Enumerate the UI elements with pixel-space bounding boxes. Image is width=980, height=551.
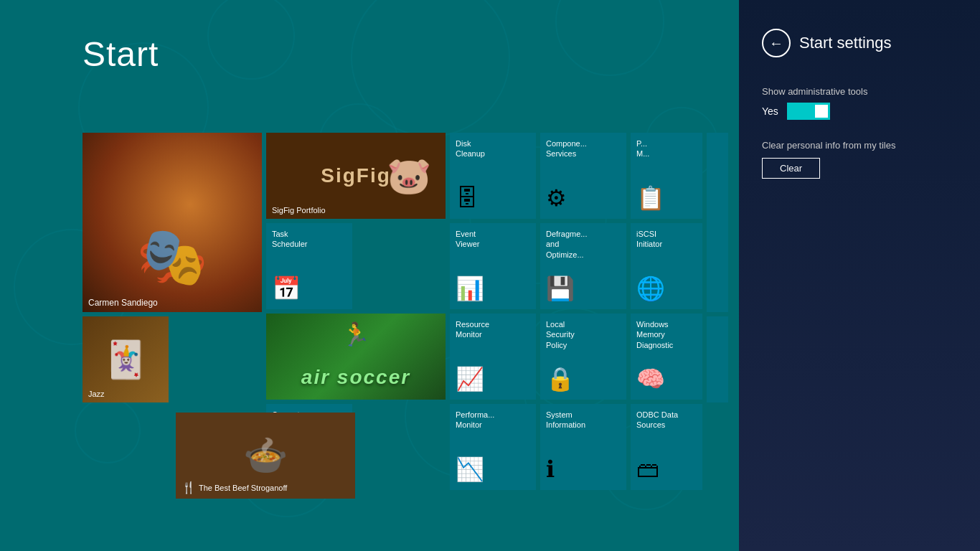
resource-monitor-label: ResourceMonitor: [456, 319, 530, 340]
component-services-icon: ⚙: [546, 184, 567, 212]
clear-label: Clear personal info from my tiles: [762, 140, 957, 151]
event-viewer-icon: 📊: [456, 275, 484, 302]
main-area: Start 🎭 Carmen Sandiego 🃏 Jazz SigFig 🐷: [0, 0, 739, 551]
tile-event-viewer[interactable]: EventViewer 📊: [450, 223, 536, 309]
settings-panel: ← Start settings Show administrative too…: [739, 0, 980, 551]
tile-component-services[interactable]: Compone...Services ⚙: [540, 133, 626, 219]
clear-section: Clear personal info from my tiles Clear: [762, 140, 957, 179]
tile-win-memory[interactable]: WindowsMemoryDiagnostic 🧠: [631, 314, 702, 400]
win-memory-label: WindowsMemoryDiagnostic: [636, 319, 697, 350]
toggle-knob: [815, 105, 828, 118]
tile-local-security[interactable]: LocalSecurityPolicy 🔒: [540, 314, 626, 400]
defragment-label: Defragme...andOptimize...: [546, 229, 621, 260]
tile-iscsi[interactable]: iSCSIInitiator 🌐: [631, 223, 702, 309]
stroganoff-food: 🍲: [243, 435, 288, 476]
tile-carmen-sandiego[interactable]: 🎭 Carmen Sandiego: [83, 133, 262, 312]
toggle-switch[interactable]: [787, 103, 830, 120]
sigfig-text: SigFig: [321, 164, 391, 187]
local-security-icon: 🔒: [546, 365, 575, 392]
perf-monitor-label: Performa...Monitor: [456, 410, 530, 430]
sys-info-icon: ℹ: [546, 456, 555, 483]
air-soccer-text: air soccer: [301, 366, 410, 389]
admin-tools-section: Show administrative tools Yes: [762, 86, 957, 120]
col-tools2: Compone...Services ⚙ Defragme...andOptim…: [540, 133, 626, 490]
tile-sigfig[interactable]: SigFig 🐷 SigFig Portfolio: [266, 133, 446, 219]
defragment-icon: 💾: [546, 275, 575, 302]
settings-title: Start settings: [799, 34, 891, 52]
partial-top-label: P...M...: [636, 138, 697, 159]
toggle-yes-label: Yes: [762, 105, 778, 117]
tile-jazz[interactable]: 🃏 Jazz: [83, 316, 169, 402]
start-title: Start: [83, 34, 159, 74]
local-security-label: LocalSecurityPolicy: [546, 319, 621, 350]
carmen-art: 🎭: [83, 223, 262, 291]
odbc-icon: 🗃: [636, 456, 659, 483]
tile-odbc[interactable]: ODBC DataSources 🗃: [631, 404, 702, 490]
jazz-label: Jazz: [88, 390, 105, 398]
sigfig-label: SigFig Portfolio: [272, 206, 326, 215]
clear-button[interactable]: Clear: [762, 158, 820, 179]
tile-perf-monitor[interactable]: Performa...Monitor 📉: [450, 404, 536, 490]
carmen-label: Carmen Sandiego: [88, 298, 158, 308]
component-services-label: Compone...Services: [546, 138, 621, 159]
air-soccer-figure: 🏃: [341, 321, 370, 348]
win-memory-icon: 🧠: [636, 365, 665, 392]
col-partial: [707, 133, 728, 490]
tile-disk-cleanup[interactable]: DiskCleanup 🗄: [450, 133, 536, 219]
odbc-label: ODBC DataSources: [636, 410, 697, 430]
disk-cleanup-icon: 🗄: [456, 185, 479, 212]
tile-air-soccer[interactable]: air soccer 🏃: [266, 314, 446, 400]
stroganoff-label: 🍴 The Best Beef Stroganoff: [182, 481, 287, 494]
admin-tools-label: Show administrative tools: [762, 86, 957, 97]
iscsi-label: iSCSIInitiator: [636, 229, 697, 250]
tile-stroganoff[interactable]: 🍲 🍴 The Best Beef Stroganoff: [176, 413, 355, 499]
back-button[interactable]: ←: [762, 29, 791, 57]
tile-defragment[interactable]: Defragme...andOptimize... 💾: [540, 223, 626, 309]
task-scheduler-icon: 📅: [272, 275, 301, 302]
task-scheduler-label: TaskScheduler: [272, 229, 347, 250]
sigfig-pig: 🐷: [387, 155, 431, 197]
col-tools1: DiskCleanup 🗄 EventViewer 📊 ResourceMoni…: [450, 133, 536, 490]
sys-info-label: SystemInformation: [546, 410, 621, 430]
tile-sys-info[interactable]: SystemInformation ℹ: [540, 404, 626, 490]
tile-resource-monitor[interactable]: ResourceMonitor 📈: [450, 314, 536, 400]
tile-partial-top[interactable]: P...M... 📋: [631, 133, 702, 219]
resource-monitor-icon: 📈: [456, 365, 484, 392]
iscsi-icon: 🌐: [636, 275, 665, 302]
perf-monitor-icon: 📉: [456, 456, 484, 483]
admin-tools-toggle-row: Yes: [762, 103, 957, 120]
col-tools3: P...M... 📋 iSCSIInitiator 🌐 WindowsMemor…: [631, 133, 702, 490]
settings-header: ← Start settings: [762, 29, 957, 57]
disk-cleanup-label: DiskCleanup: [456, 138, 530, 159]
tile-task-scheduler[interactable]: TaskScheduler 📅: [266, 223, 352, 309]
event-viewer-label: EventViewer: [456, 229, 530, 250]
tile-partial-right-1[interactable]: [707, 133, 728, 312]
tile-sys-config[interactable]: [707, 316, 728, 402]
partial-top-icon: 📋: [636, 184, 665, 212]
